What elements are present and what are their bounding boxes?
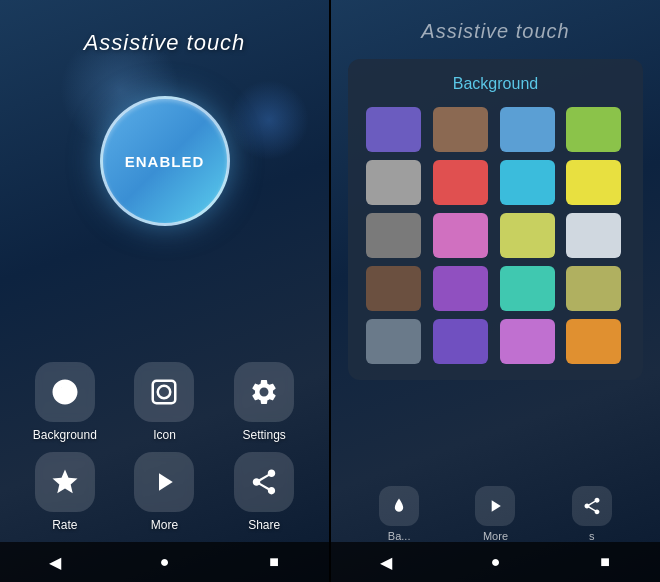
menu-grid: Background Icon Setting (0, 362, 329, 532)
color-swatch-14[interactable] (500, 266, 555, 311)
color-swatch-1[interactable] (433, 107, 488, 152)
menu-item-rate[interactable]: Rate (20, 452, 110, 532)
right-share-icon (572, 486, 612, 526)
icon-label: Icon (153, 428, 176, 442)
enabled-toggle[interactable]: ENABLED (100, 96, 230, 226)
rate-icon-wrap (35, 452, 95, 512)
right-share-label: s (589, 530, 595, 542)
right-bottom-bar: Ba... More s (331, 486, 660, 542)
right-background-label: Ba... (388, 530, 411, 542)
left-panel: Assistive touch ENABLED Background (0, 0, 329, 582)
color-swatch-15[interactable] (566, 266, 621, 311)
droplet-icon (50, 377, 80, 407)
left-nav-bar: ◀ ● ■ (0, 542, 329, 582)
menu-item-share[interactable]: Share (219, 452, 309, 532)
enabled-label: ENABLED (125, 153, 205, 170)
color-swatch-0[interactable] (366, 107, 421, 152)
color-panel-title: Background (366, 75, 625, 93)
color-swatch-5[interactable] (433, 160, 488, 205)
app-title-right: Assistive touch (421, 20, 569, 43)
color-swatch-7[interactable] (566, 160, 621, 205)
menu-item-icon[interactable]: Icon (120, 362, 210, 442)
color-swatch-10[interactable] (500, 213, 555, 258)
right-nav-bar: ◀ ● ■ (331, 542, 660, 582)
share-icon-right (582, 496, 602, 516)
color-swatch-6[interactable] (500, 160, 555, 205)
settings-label: Settings (242, 428, 285, 442)
right-bottom-share[interactable]: s (572, 486, 612, 542)
play-icon (149, 467, 179, 497)
svg-rect-0 (153, 381, 176, 404)
home-button-right[interactable]: ● (480, 547, 510, 577)
recent-button-left[interactable]: ■ (259, 547, 289, 577)
color-grid (366, 107, 625, 364)
right-more-icon (475, 486, 515, 526)
back-button-right[interactable]: ◀ (371, 547, 401, 577)
color-swatch-12[interactable] (366, 266, 421, 311)
color-swatch-13[interactable] (433, 266, 488, 311)
menu-item-settings[interactable]: Settings (219, 362, 309, 442)
share-icon (249, 467, 279, 497)
right-bottom-background[interactable]: Ba... (379, 486, 419, 542)
background-label: Background (33, 428, 97, 442)
gear-icon (249, 377, 279, 407)
right-background-icon (379, 486, 419, 526)
background-icon-wrap (35, 362, 95, 422)
app-title-left: Assistive touch (84, 30, 246, 56)
color-swatch-9[interactable] (433, 213, 488, 258)
home-button-left[interactable]: ● (149, 547, 179, 577)
color-swatch-4[interactable] (366, 160, 421, 205)
color-swatch-19[interactable] (566, 319, 621, 364)
droplet-icon-right (389, 496, 409, 516)
color-swatch-2[interactable] (500, 107, 555, 152)
color-swatch-16[interactable] (366, 319, 421, 364)
color-swatch-17[interactable] (433, 319, 488, 364)
star-icon (50, 467, 80, 497)
color-swatch-11[interactable] (566, 213, 621, 258)
color-swatch-3[interactable] (566, 107, 621, 152)
share-icon-wrap (234, 452, 294, 512)
settings-icon-wrap (234, 362, 294, 422)
more-icon-wrap (134, 452, 194, 512)
right-bottom-more[interactable]: More (475, 486, 515, 542)
rate-label: Rate (52, 518, 77, 532)
share-label: Share (248, 518, 280, 532)
menu-item-background[interactable]: Background (20, 362, 110, 442)
right-more-label: More (483, 530, 508, 542)
menu-item-more[interactable]: More (120, 452, 210, 532)
color-swatch-18[interactable] (500, 319, 555, 364)
color-swatch-8[interactable] (366, 213, 421, 258)
play-icon-right (485, 496, 505, 516)
more-label: More (151, 518, 178, 532)
svg-point-1 (158, 386, 171, 399)
circle-square-icon (149, 377, 179, 407)
left-content: Assistive touch ENABLED Background (0, 0, 329, 582)
right-content: Assistive touch Background Ba... (331, 0, 660, 582)
color-panel: Background (348, 59, 643, 380)
recent-button-right[interactable]: ■ (590, 547, 620, 577)
right-panel: Assistive touch Background Ba... (331, 0, 660, 582)
icon-icon-wrap (134, 362, 194, 422)
back-button-left[interactable]: ◀ (40, 547, 70, 577)
